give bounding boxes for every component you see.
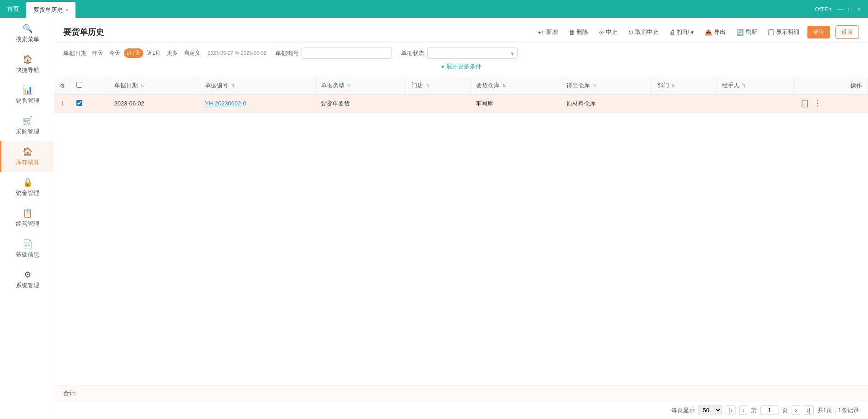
col-doc-no[interactable]: 单据编号 ⇅ <box>199 77 315 95</box>
sidebar-item-label: 搜索菜单 <box>16 35 39 43</box>
expand-label: 展开更多条件 <box>446 62 481 71</box>
row-more-button[interactable]: ⋮ <box>813 98 822 109</box>
sidebar-item-search-menu[interactable]: 🔍 搜索菜单 <box>0 18 54 49</box>
prev-page-button[interactable]: ‹ <box>739 405 747 415</box>
settings-button[interactable]: 设置 <box>835 25 859 39</box>
sidebar-item-quick-nav[interactable]: 🏠 快捷导航 <box>0 49 54 80</box>
refresh-button[interactable]: 🔄 刷新 <box>734 26 760 38</box>
select-all-checkbox[interactable] <box>76 82 82 88</box>
sidebar-item-purchase-mgmt[interactable]: 🛒 采购管理 <box>0 110 54 141</box>
refresh-icon: 🔄 <box>736 29 744 36</box>
expand-more-btn[interactable]: ▾ 展开更多条件 <box>63 62 859 71</box>
doc-no-link[interactable]: YH-20230602-0 <box>205 100 246 107</box>
date-btn-7days[interactable]: 近7天 <box>124 48 143 58</box>
sidebar-item-finance-mgmt[interactable]: 🔒 资金管理 <box>0 172 54 203</box>
per-page-label: 每页显示 <box>671 406 695 414</box>
col-doc-type[interactable]: 单据类型 ⇅ <box>315 77 406 95</box>
cancel-stop-icon: ⊙ <box>628 29 633 36</box>
date-btn-more[interactable]: 更多 <box>164 48 180 58</box>
next-page-button[interactable]: › <box>792 405 800 415</box>
main-table: ⚙ 单据日期 ⇅ 单据编号 ⇅ <box>54 77 868 113</box>
window-close-icon[interactable]: × <box>857 6 861 13</box>
sort-pending-warehouse-icon: ⇅ <box>593 83 596 88</box>
stop-button[interactable]: ⊙ 中止 <box>596 26 620 38</box>
col-settings: ⚙ <box>54 77 71 95</box>
page-input[interactable] <box>760 405 778 415</box>
row-department <box>651 95 716 113</box>
col-doc-date-label: 单据日期 <box>114 82 138 89</box>
tab-active[interactable]: 要货单历史 × <box>26 2 75 18</box>
row-doc-date: 2023-06-02 <box>109 95 199 113</box>
status-filter-label: 单据状态 <box>401 49 425 57</box>
export-button[interactable]: 📤 导出 <box>702 26 728 38</box>
last-page-button[interactable]: ›| <box>804 405 814 415</box>
page-label: 第 <box>751 406 757 414</box>
delete-button[interactable]: 🗑 删除 <box>566 26 591 38</box>
expand-icon: ▾ <box>441 63 444 70</box>
row-req-warehouse: 车间库 <box>470 95 561 113</box>
col-doc-date[interactable]: 单据日期 ⇅ <box>109 77 199 95</box>
sort-doc-no-icon: ⇅ <box>231 83 235 88</box>
date-btn-1month[interactable]: 近1月 <box>144 48 164 58</box>
sidebar-item-label: 资金管理 <box>16 189 39 197</box>
new-button[interactable]: + + 新增 <box>535 26 561 38</box>
page-suffix: 页 <box>782 406 788 414</box>
col-store[interactable]: 门店 ⇅ <box>406 77 470 95</box>
date-btn-custom[interactable]: 自定义 <box>181 48 203 58</box>
print-dropdown-icon: ▾ <box>691 29 694 36</box>
date-range-buttons: 昨天 今天 近7天 近1月 更多 自定义 <box>90 48 203 58</box>
per-page-select[interactable]: 20 50 100 <box>698 405 722 415</box>
col-pending-warehouse[interactable]: 待出仓库 ⇅ <box>561 77 651 95</box>
sidebar-item-operations-mgmt[interactable]: 📋 经营管理 <box>0 203 54 233</box>
sidebar-item-label: 系统管理 <box>16 281 39 290</box>
col-req-warehouse[interactable]: 要货仓库 ⇅ <box>470 77 561 95</box>
table-row[interactable]: 1 2023-06-02 YH-20230602-0 要货单要货 车间库 原材料… <box>54 95 868 113</box>
table-header: ⚙ 单据日期 ⇅ 单据编号 ⇅ <box>54 77 868 95</box>
topbar-right: OfTEn — □ × <box>815 6 868 13</box>
maximize-icon[interactable]: □ <box>849 6 852 13</box>
sidebar-item-basic-info[interactable]: 📄 基础信息 <box>0 233 54 264</box>
col-department[interactable]: 部门 ⇅ <box>651 77 716 95</box>
sidebar-item-label: 库存核算 <box>16 158 39 167</box>
first-page-button[interactable]: |‹ <box>726 405 736 415</box>
sort-handler-icon: ⇅ <box>742 83 745 88</box>
date-filter-label: 单据日期 <box>63 49 87 57</box>
table-settings-icon[interactable]: ⚙ <box>60 82 65 89</box>
stop-icon: ⊙ <box>599 29 604 36</box>
purchase-icon: 🛒 <box>23 116 33 126</box>
minimize-icon[interactable]: — <box>837 6 843 13</box>
sort-department-icon: ⇅ <box>671 83 675 88</box>
col-doc-type-label: 单据类型 <box>321 82 344 89</box>
sidebar-item-label: 销售管理 <box>16 97 39 105</box>
row-doc-no[interactable]: YH-20230602-0 <box>199 95 315 113</box>
show-detail-checkbox[interactable] <box>768 29 774 35</box>
toolbar: + + 新增 🗑 删除 ⊙ 中止 ⊙ 取消中止 🖨 打印 <box>535 25 859 39</box>
often-label[interactable]: OfTEn <box>815 6 832 13</box>
status-select[interactable] <box>427 48 518 59</box>
row-handler <box>716 95 794 113</box>
date-btn-yesterday[interactable]: 昨天 <box>90 48 106 58</box>
cancel-stop-button[interactable]: ⊙ 取消中止 <box>626 26 661 38</box>
sidebar-item-sales-mgmt[interactable]: 📊 销售管理 <box>0 80 54 110</box>
row-edit-button[interactable]: 📋 <box>799 98 810 109</box>
sales-icon: 📊 <box>23 85 33 95</box>
col-handler[interactable]: 经手人 ⇅ <box>716 77 794 95</box>
print-button[interactable]: 🖨 打印 ▾ <box>667 26 697 38</box>
sidebar-item-label: 基础信息 <box>16 251 39 259</box>
inventory-icon: 🏠 <box>23 147 33 157</box>
sidebar-item-inventory[interactable]: 🏠 库存核算 <box>0 141 54 172</box>
row-index: 1 <box>54 95 71 113</box>
page-title: 要货单历史 <box>63 27 104 38</box>
close-tab-icon[interactable]: × <box>66 7 68 13</box>
tab-home[interactable]: 首页 <box>0 0 26 18</box>
sort-doc-date-icon: ⇅ <box>141 83 144 88</box>
system-icon: ⚙ <box>24 270 31 280</box>
sidebar-item-system-mgmt[interactable]: ⚙ 系统管理 <box>0 264 54 295</box>
row-checkbox[interactable] <box>76 100 82 106</box>
row-pending-warehouse: 原材料仓库 <box>561 95 651 113</box>
docno-input[interactable] <box>302 48 392 59</box>
show-detail-toggle[interactable]: 显示明细 <box>765 26 802 38</box>
date-btn-today[interactable]: 今天 <box>107 48 123 58</box>
row-store <box>406 95 470 113</box>
query-button[interactable]: 查询 <box>807 26 830 38</box>
